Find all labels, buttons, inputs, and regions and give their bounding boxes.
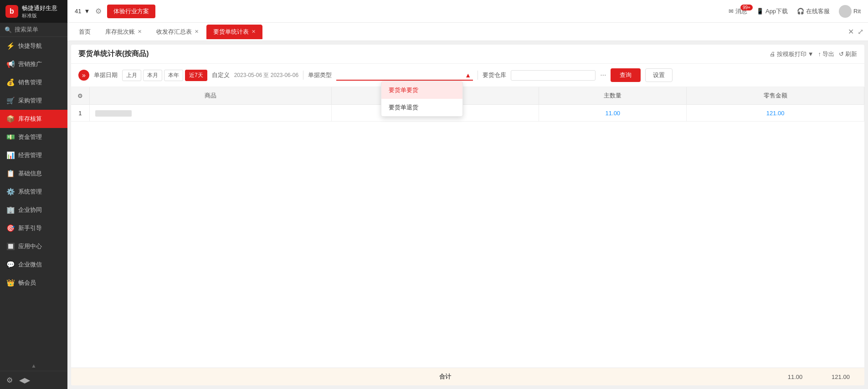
total-amount: 121.00 bbox=[822, 374, 859, 380]
date-btn-7days[interactable]: 近7天 bbox=[185, 70, 207, 81]
date-range-display: 2023-05-06 至 2023-06-06 bbox=[234, 72, 298, 79]
sidebar-item-basic[interactable]: 📋 基础信息 bbox=[0, 164, 67, 183]
more-options-icon[interactable]: ··· bbox=[600, 71, 606, 79]
app-download-button[interactable]: 📱 App下载 bbox=[756, 7, 788, 15]
sidebar-item-finance[interactable]: 💵 资金管理 bbox=[0, 128, 67, 146]
top-bar-right: ✉ 消息 99+ 📱 App下载 🎧 在线客服 Rit bbox=[729, 5, 861, 18]
sales-icon: 💰 bbox=[6, 78, 15, 87]
messages-button[interactable]: ✉ 消息 99+ bbox=[729, 7, 747, 15]
col-amount: 零售金额 bbox=[687, 87, 864, 105]
store-selector[interactable]: 41 ▼ bbox=[75, 8, 90, 15]
doc-type-input[interactable] bbox=[336, 70, 473, 81]
app-logo-text: 畅捷通好生意 标准版 bbox=[22, 4, 57, 19]
page-title: 要货单统计表(按商品) bbox=[78, 49, 149, 59]
date-btn-last-month[interactable]: 上月 bbox=[122, 70, 141, 81]
store-number: 41 bbox=[75, 8, 81, 15]
refresh-icon: ↺ bbox=[839, 51, 844, 57]
refresh-button[interactable]: ↺ 刷新 bbox=[839, 50, 857, 58]
close-requisition-stats-tab[interactable]: ✕ bbox=[252, 29, 256, 35]
filter-toggle-button[interactable]: » bbox=[78, 70, 89, 81]
sidebar-item-sales[interactable]: 💰 销售管理 bbox=[0, 73, 67, 92]
main-area: 41 ▼ ⚙ 体验行业方案 ✉ 消息 99+ 📱 App下载 🎧 在线客服 Ri… bbox=[67, 0, 868, 389]
table-wrap: ⚙ 商品 主计量单位 主数量 零售金额 1 块 bbox=[71, 87, 864, 368]
tabs-right-actions: ✕ ⤢ bbox=[848, 27, 863, 36]
warehouse-input[interactable] bbox=[511, 70, 596, 81]
custom-date-label: 自定义 bbox=[212, 71, 230, 79]
sidebar-item-guide[interactable]: 🎯 新手引导 bbox=[0, 219, 67, 237]
marketing-icon: 📢 bbox=[6, 60, 15, 68]
sidebar: b 畅捷通好生意 标准版 🔍 搜索菜单 ⚡ 快捷导航 📢 营销推广 💰 销售管理… bbox=[0, 0, 67, 389]
store-dropdown-icon: ▼ bbox=[84, 8, 90, 15]
page-header-actions: 🖨 按模板打印 ▼ ↑ 导出 ↺ 刷新 bbox=[770, 50, 857, 58]
maximize-icon[interactable]: ⤢ bbox=[858, 27, 863, 36]
search-icon: 🔍 bbox=[5, 26, 12, 33]
filter-area: » 单据日期 上月 本月 本年 近7天 自定义 2023-05-06 至 202… bbox=[71, 64, 864, 87]
sidebar-item-appstore[interactable]: 🔲 应用中心 bbox=[0, 237, 67, 256]
service-icon: 🎧 bbox=[797, 8, 804, 15]
sidebar-item-member[interactable]: 👑 畅会员 bbox=[0, 274, 67, 292]
sidebar-logo: b 畅捷通好生意 标准版 bbox=[0, 0, 67, 23]
search-menu-item[interactable]: 🔍 搜索菜单 bbox=[0, 23, 67, 37]
cell-num: 1 bbox=[71, 105, 89, 122]
table-settings-icon[interactable]: ⚙ bbox=[77, 92, 83, 99]
inventory-icon: 📦 bbox=[6, 115, 15, 123]
date-btn-this-month[interactable]: 本月 bbox=[143, 70, 162, 81]
collapse-icon[interactable]: ◀▶ bbox=[19, 376, 30, 384]
sidebar-item-marketing[interactable]: 📢 营销推广 bbox=[0, 55, 67, 73]
close-receivable-summary-tab[interactable]: ✕ bbox=[195, 29, 199, 35]
page-header: 要货单统计表(按商品) 🖨 按模板打印 ▼ ↑ 导出 ↺ 刷新 bbox=[71, 45, 864, 64]
export-button[interactable]: ↑ 导出 bbox=[818, 50, 835, 58]
settings-icon[interactable]: ⚙ bbox=[6, 376, 13, 384]
doc-type-chevron-icon[interactable]: ▲ bbox=[465, 72, 471, 79]
date-label: 单据日期 bbox=[94, 71, 118, 79]
tab-home[interactable]: 首页 bbox=[72, 25, 98, 39]
settings-gear-icon[interactable]: ⚙ bbox=[95, 7, 102, 15]
sidebar-item-system[interactable]: ⚙️ 系统管理 bbox=[0, 183, 67, 201]
tab-requisition-stats[interactable]: 要货单统计表 ✕ bbox=[206, 25, 262, 39]
sidebar-item-inventory[interactable]: 📦 库存核算 bbox=[0, 110, 67, 128]
dropdown-item-requisition-order[interactable]: 要货单要货 bbox=[381, 82, 462, 99]
print-template-button[interactable]: 🖨 按模板打印 ▼ bbox=[770, 50, 814, 58]
industry-solution-button[interactable]: 体验行业方案 bbox=[107, 5, 155, 18]
sidebar-item-wechat[interactable]: 💬 企业微信 bbox=[0, 256, 67, 274]
basic-icon: 📋 bbox=[6, 169, 15, 178]
export-icon: ↑ bbox=[818, 51, 822, 57]
sidebar-nav: ⚡ 快捷导航 📢 营销推广 💰 销售管理 🛒 采购管理 📦 库存核算 💵 资金管… bbox=[0, 37, 67, 361]
scroll-up-icon[interactable]: ▲ bbox=[31, 363, 36, 369]
tabs-bar: 首页 库存批次账 ✕ 收发存汇总表 ✕ 要货单统计表 ✕ ✕ ⤢ bbox=[67, 23, 868, 41]
app-download-icon: 📱 bbox=[756, 8, 764, 15]
page-content: 要货单统计表(按商品) 🖨 按模板打印 ▼ ↑ 导出 ↺ 刷新 » bbox=[71, 45, 864, 385]
app-logo-icon: b bbox=[5, 5, 18, 18]
filter-divider-2 bbox=[478, 71, 478, 80]
dropdown-item-return-order[interactable]: 要货单退货 bbox=[381, 99, 462, 116]
avatar-image bbox=[839, 5, 852, 18]
settings-button[interactable]: 设置 bbox=[645, 68, 673, 82]
date-btn-this-year[interactable]: 本年 bbox=[164, 70, 183, 81]
total-label: 合计 bbox=[339, 373, 451, 381]
operation-icon: 📊 bbox=[6, 151, 15, 159]
sidebar-item-quick-nav[interactable]: ⚡ 快捷导航 bbox=[0, 37, 67, 55]
user-avatar[interactable]: Rit bbox=[839, 5, 861, 18]
doc-type-selector: ▲ bbox=[336, 70, 473, 81]
online-service-button[interactable]: 🎧 在线客服 bbox=[797, 7, 830, 15]
table-row: 1 块 11.00 121.00 bbox=[71, 105, 864, 122]
guide-icon: 🎯 bbox=[6, 224, 15, 232]
table-footer: 合计 11.00 121.00 bbox=[71, 368, 864, 385]
quick-nav-icon: ⚡ bbox=[6, 42, 15, 50]
enterprise-icon: 🏢 bbox=[6, 206, 15, 214]
tab-receivable-summary[interactable]: 收发存汇总表 ✕ bbox=[149, 25, 205, 39]
print-chevron-icon: ▼ bbox=[808, 51, 814, 57]
tab-inventory-batch[interactable]: 库存批次账 ✕ bbox=[98, 25, 149, 39]
sidebar-item-purchase[interactable]: 🛒 采购管理 bbox=[0, 92, 67, 110]
sidebar-item-enterprise[interactable]: 🏢 企业协同 bbox=[0, 201, 67, 219]
sidebar-item-operation[interactable]: 📊 经营管理 bbox=[0, 146, 67, 164]
close-inventory-batch-tab[interactable]: ✕ bbox=[138, 29, 142, 35]
system-icon: ⚙️ bbox=[6, 188, 15, 196]
data-table: ⚙ 商品 主计量单位 主数量 零售金额 1 块 bbox=[71, 87, 864, 122]
close-all-tabs-icon[interactable]: ✕ bbox=[848, 27, 854, 36]
col-quantity: 主数量 bbox=[539, 87, 687, 105]
message-icon: ✉ bbox=[729, 8, 734, 15]
sidebar-bottom: ⚙ ◀▶ bbox=[0, 371, 67, 389]
cell-amount: 121.00 bbox=[687, 105, 864, 122]
query-button[interactable]: 查询 bbox=[611, 68, 641, 82]
